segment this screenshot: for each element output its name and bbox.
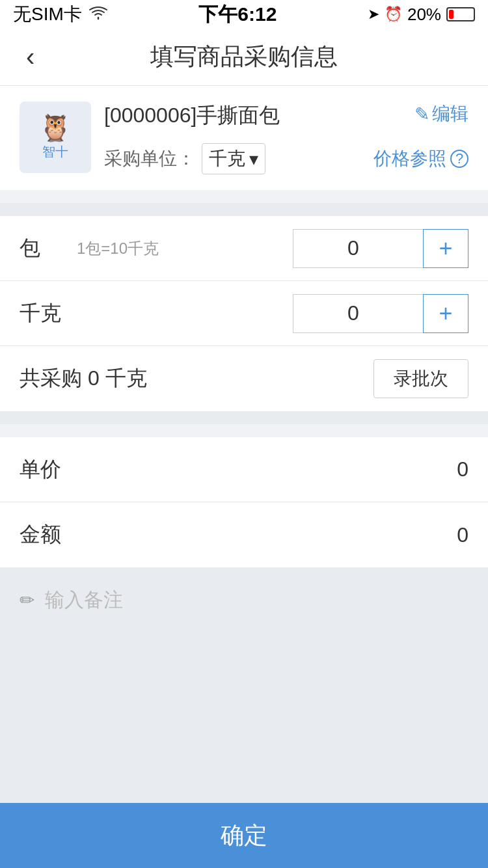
amount-row: 金额 0 xyxy=(0,502,488,567)
unit-price-label: 单价 xyxy=(20,455,61,484)
pencil-icon: ✏ xyxy=(20,590,34,611)
status-right: ➤ ⏰ 20% xyxy=(368,5,475,25)
product-info: [0000006]手撕面包 ✎ 编辑 采购单位： 千克 ▾ 价格参照 ? xyxy=(104,102,468,174)
bao-qty-input[interactable] xyxy=(293,229,423,268)
bao-sublabel: 1包=10千克 xyxy=(77,238,159,259)
nav-bar: ‹ 填写商品采购信息 xyxy=(0,29,488,86)
back-button[interactable]: ‹ xyxy=(20,36,41,78)
remark-section[interactable]: ✏ 输入备注 xyxy=(0,567,488,633)
edit-label: 编辑 xyxy=(432,102,468,126)
unit-price-row: 单价 0 xyxy=(0,437,488,502)
remark-placeholder: 输入备注 xyxy=(45,587,123,614)
brand-text: 智十 xyxy=(42,143,68,161)
product-card: 🦉 智十 [0000006]手撕面包 ✎ 编辑 采购单位： 千克 ▾ xyxy=(0,86,488,190)
dropdown-arrow-icon: ▾ xyxy=(249,148,258,170)
status-bar: 无SIM卡 下午6:12 ➤ ⏰ 20% xyxy=(0,0,488,29)
price-reference-button[interactable]: 价格参照 ? xyxy=(373,146,468,171)
bao-label: 包 xyxy=(20,234,72,263)
unit-select[interactable]: 千克 ▾ xyxy=(202,143,265,174)
amount-value: 0 xyxy=(457,523,468,547)
alarm-icon: ⏰ xyxy=(385,6,402,23)
kg-label: 千克 xyxy=(20,299,72,328)
batch-button[interactable]: 录批次 xyxy=(373,359,468,398)
location-icon: ➤ xyxy=(368,6,379,23)
help-icon: ? xyxy=(450,150,468,168)
kg-qty-wrap: + xyxy=(293,294,468,333)
product-name: [0000006]手撕面包 xyxy=(104,102,414,130)
product-meta: 采购单位： 千克 ▾ 价格参照 ? xyxy=(104,143,468,174)
quantity-section: 包 1包=10千克 + 千克 + xyxy=(0,216,488,346)
amount-label: 金额 xyxy=(20,521,61,549)
confirm-button[interactable]: 确定 xyxy=(0,803,488,868)
bao-input-row: 包 1包=10千克 + xyxy=(0,216,488,281)
bao-plus-button[interactable]: + xyxy=(423,229,468,268)
battery-percent: 20% xyxy=(407,5,441,25)
total-label: 共采购 0 千克 xyxy=(20,364,147,393)
unit-value: 千克 xyxy=(209,146,245,171)
section-divider-1 xyxy=(0,203,488,216)
product-header: [0000006]手撕面包 ✎ 编辑 xyxy=(104,102,468,130)
section-divider-2 xyxy=(0,411,488,424)
wifi-icon xyxy=(88,4,108,25)
total-row: 共采购 0 千克 录批次 xyxy=(0,346,488,411)
kg-qty-input[interactable] xyxy=(293,294,423,333)
purchase-unit-label: 采购单位： xyxy=(104,146,195,171)
kg-plus-button[interactable]: + xyxy=(423,294,468,333)
product-image: 🦉 智十 xyxy=(20,102,91,173)
price-ref-label: 价格参照 xyxy=(373,146,446,171)
kg-input-row: 千克 + xyxy=(0,281,488,346)
content-area: 🦉 智十 [0000006]手撕面包 ✎ 编辑 采购单位： 千克 ▾ xyxy=(0,86,488,868)
edit-button[interactable]: ✎ 编辑 xyxy=(414,102,468,126)
status-time: 下午6:12 xyxy=(198,1,277,28)
purchase-unit: 采购单位： 千克 ▾ xyxy=(104,143,265,174)
owl-icon: 🦉 xyxy=(39,115,72,141)
empty-space xyxy=(0,633,488,828)
bao-qty-wrap: + xyxy=(293,229,468,268)
unit-price-value: 0 xyxy=(457,457,468,481)
status-left: 无SIM卡 xyxy=(13,2,108,27)
battery-icon xyxy=(446,7,475,21)
pricing-section: 单价 0 金额 0 xyxy=(0,437,488,567)
edit-icon: ✎ xyxy=(414,103,429,125)
carrier-label: 无SIM卡 xyxy=(13,2,82,27)
page-title: 填写商品采购信息 xyxy=(150,41,338,73)
